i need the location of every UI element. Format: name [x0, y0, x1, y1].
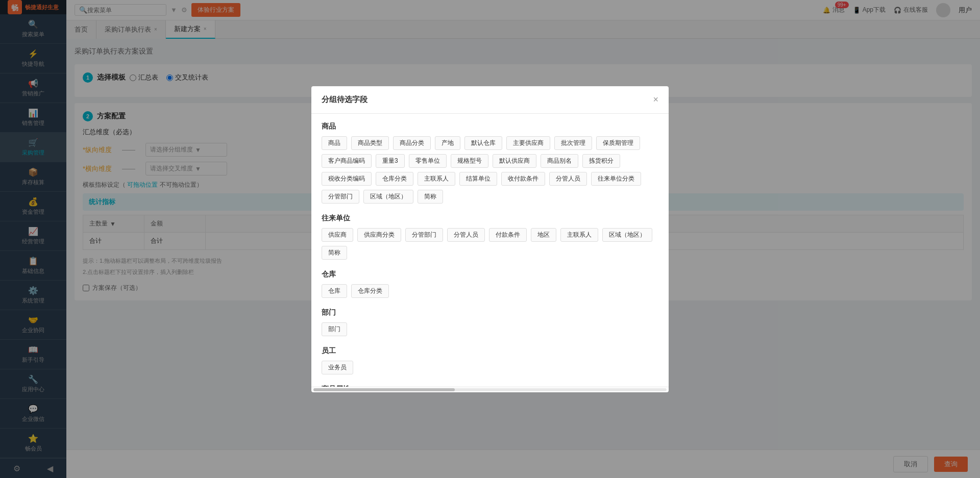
field-group-title-4: 员工 [322, 346, 658, 356]
field-tag-0-14[interactable]: 拣货积分 [582, 154, 620, 168]
field-tags-1: 供应商供应商分类分管部门分管人员付款条件地区主联系人区域（地区）简称 [322, 228, 658, 260]
field-tag-1-6[interactable]: 主联系人 [560, 228, 598, 242]
modal-overlay: 分组待选字段 × 商品商品商品类型商品分类产地默认仓库主要供应商批次管理保质期管… [0, 0, 980, 478]
field-tag-3-0[interactable]: 部门 [322, 322, 347, 336]
field-tag-0-6[interactable]: 批次管理 [554, 136, 592, 150]
field-tag-0-21[interactable]: 往来单位分类 [591, 172, 641, 186]
field-tag-0-1[interactable]: 商品类型 [351, 136, 389, 150]
field-tags-2: 仓库仓库分类 [322, 284, 658, 298]
field-group-0: 商品商品商品类型商品分类产地默认仓库主要供应商批次管理保质期管理客户商品编码重量… [322, 122, 658, 204]
field-group-3: 部门部门 [322, 308, 658, 336]
field-group-title-2: 仓库 [322, 270, 658, 279]
field-tag-0-24[interactable]: 简称 [418, 190, 443, 204]
hscroll-track [313, 388, 667, 391]
field-tags-4: 业务员 [322, 361, 658, 374]
field-tag-0-2[interactable]: 商品分类 [393, 136, 431, 150]
modal-hscroll [311, 387, 669, 392]
field-tag-1-1[interactable]: 供应商分类 [357, 228, 401, 242]
field-tags-0: 商品商品类型商品分类产地默认仓库主要供应商批次管理保质期管理客户商品编码重量3零… [322, 136, 658, 204]
field-tag-0-4[interactable]: 默认仓库 [464, 136, 502, 150]
field-tag-0-7[interactable]: 保质期管理 [596, 136, 640, 150]
field-group-2: 仓库仓库仓库分类 [322, 270, 658, 298]
field-tag-1-8[interactable]: 简称 [322, 246, 347, 260]
field-tag-0-12[interactable]: 默认供应商 [493, 154, 536, 168]
field-group-title-1: 往来单位 [322, 214, 658, 223]
field-tag-0-19[interactable]: 收付款条件 [501, 172, 545, 186]
field-tag-4-0[interactable]: 业务员 [322, 361, 353, 374]
field-tag-0-16[interactable]: 仓库分类 [376, 172, 413, 186]
field-tag-0-5[interactable]: 主要供应商 [506, 136, 550, 150]
field-tag-0-20[interactable]: 分管人员 [549, 172, 587, 186]
field-tag-0-0[interactable]: 商品 [322, 136, 347, 150]
field-tag-0-11[interactable]: 规格型号 [451, 154, 488, 168]
field-group-1: 往来单位供应商供应商分类分管部门分管人员付款条件地区主联系人区域（地区）简称 [322, 214, 658, 260]
field-group-title-0: 商品 [322, 122, 658, 131]
field-tag-1-4[interactable]: 付款条件 [489, 228, 527, 242]
modal-title: 分组待选字段 [322, 95, 368, 105]
modal-body: 商品商品商品类型商品分类产地默认仓库主要供应商批次管理保质期管理客户商品编码重量… [311, 114, 669, 387]
field-tag-1-0[interactable]: 供应商 [322, 228, 353, 242]
field-tag-0-18[interactable]: 结算单位 [459, 172, 497, 186]
hscroll-thumb [313, 388, 455, 391]
modal-header: 分组待选字段 × [311, 86, 669, 114]
field-tag-1-3[interactable]: 分管人员 [447, 228, 485, 242]
field-tag-1-7[interactable]: 区域（地区） [602, 228, 652, 242]
field-tag-0-10[interactable]: 零售单位 [409, 154, 447, 168]
field-tag-0-15[interactable]: 税收分类编码 [322, 172, 372, 186]
field-tag-0-17[interactable]: 主联系人 [418, 172, 455, 186]
modal-close-button[interactable]: × [653, 94, 658, 105]
field-tag-0-13[interactable]: 商品别名 [541, 154, 578, 168]
field-tags-3: 部门 [322, 322, 658, 336]
field-tag-0-8[interactable]: 客户商品编码 [322, 154, 372, 168]
field-tag-2-1[interactable]: 仓库分类 [351, 284, 389, 298]
field-group-4: 员工业务员 [322, 346, 658, 374]
field-select-modal: 分组待选字段 × 商品商品商品类型商品分类产地默认仓库主要供应商批次管理保质期管… [311, 86, 669, 392]
field-group-title-3: 部门 [322, 308, 658, 317]
field-tag-2-0[interactable]: 仓库 [322, 284, 347, 298]
field-tag-0-9[interactable]: 重量3 [376, 154, 405, 168]
field-tag-0-3[interactable]: 产地 [435, 136, 460, 150]
field-tag-1-5[interactable]: 地区 [531, 228, 556, 242]
field-tag-0-22[interactable]: 分管部门 [322, 190, 359, 204]
field-tag-1-2[interactable]: 分管部门 [405, 228, 443, 242]
field-tag-0-23[interactable]: 区域（地区） [363, 190, 413, 204]
